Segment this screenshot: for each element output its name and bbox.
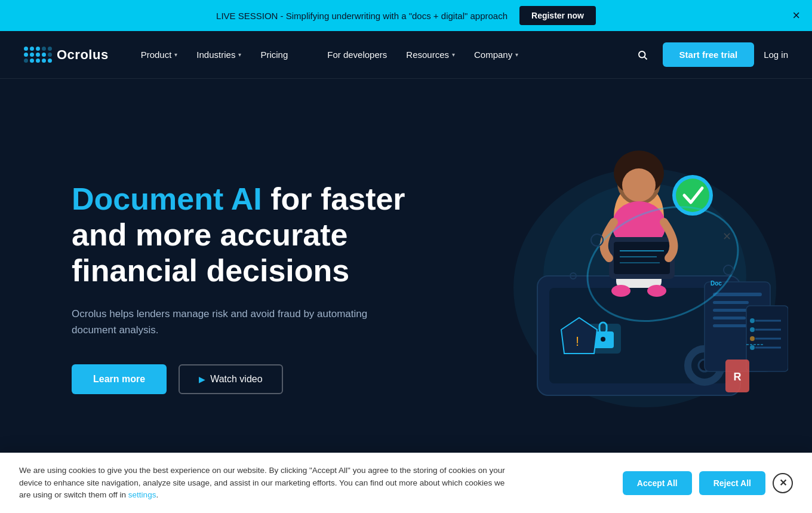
hero-illustration: ! Doc (454, 97, 788, 455)
nav-item-resources[interactable]: Resources ▾ (398, 44, 463, 66)
play-icon: ▶ (199, 374, 205, 384)
cookie-actions: Accept All Reject All ✕ (623, 471, 793, 495)
svg-text:!: ! (576, 334, 579, 349)
watch-video-button[interactable]: ▶ Watch video (179, 364, 282, 394)
chevron-down-icon: ▾ (238, 51, 241, 58)
close-announcement-button[interactable]: × (792, 9, 800, 22)
cookie-text: We are using cookies to give you the bes… (19, 465, 509, 501)
svg-point-28 (750, 336, 755, 341)
nav-item-product[interactable]: Product ▾ (133, 44, 186, 66)
svg-point-35 (622, 168, 656, 202)
navbar: Ocrolus Product ▾ Industries ▾ Pricing F… (0, 31, 812, 79)
svg-point-27 (750, 327, 755, 332)
announcement-text: LIVE SESSION - Simplifying underwriting … (216, 11, 508, 21)
svg-point-0 (639, 51, 645, 58)
svg-point-38 (611, 285, 630, 297)
svg-text:✕: ✕ (722, 231, 731, 242)
cookie-settings-link[interactable]: settings (128, 490, 156, 499)
logo-icon (24, 47, 52, 63)
svg-text:Doc: Doc (710, 280, 722, 287)
accept-all-button[interactable]: Accept All (623, 471, 692, 495)
nav-item-pricing[interactable]: Pricing (252, 44, 296, 66)
hero-title: Document AI for faster and more accurate… (72, 182, 442, 288)
svg-point-26 (750, 318, 755, 323)
chevron-down-icon: ▾ (452, 51, 455, 58)
svg-point-29 (750, 345, 755, 350)
svg-rect-41 (614, 242, 670, 274)
learn-more-button[interactable]: Learn more (72, 364, 167, 394)
chevron-down-icon: ▾ (515, 51, 518, 58)
svg-point-39 (647, 285, 666, 297)
login-link[interactable]: Log in (764, 50, 788, 60)
nav-item-developers[interactable]: For developers (319, 44, 395, 66)
nav-item-company[interactable]: Company ▾ (466, 44, 527, 66)
reject-all-button[interactable]: Reject All (699, 471, 765, 495)
close-cookie-button[interactable]: ✕ (773, 473, 793, 493)
hero-subtitle: Ocrolus helps lenders manage risk and av… (72, 306, 370, 338)
register-button[interactable]: Register now (519, 6, 596, 25)
svg-line-1 (644, 57, 647, 59)
svg-rect-16 (713, 301, 749, 304)
cookie-banner: We are using cookies to give you the bes… (0, 453, 812, 513)
chevron-down-icon: ▾ (174, 51, 177, 58)
announcement-bar: LIVE SESSION - Simplifying underwriting … (0, 0, 812, 31)
hero-content: Document AI for faster and more accurate… (72, 182, 442, 394)
hero-section: Document AI for faster and more accurate… (0, 79, 812, 485)
svg-rect-15 (713, 293, 762, 296)
nav-links: Product ▾ Industries ▾ Pricing For devel… (133, 44, 632, 66)
logo[interactable]: Ocrolus (24, 47, 109, 63)
search-icon (637, 50, 648, 60)
nav-item-industries[interactable]: Industries ▾ (188, 44, 250, 66)
start-trial-button[interactable]: Start free trial (663, 42, 755, 67)
svg-point-9 (601, 337, 605, 342)
nav-actions: Start free trial Log in (632, 42, 788, 67)
hero-buttons: Learn more ▶ Watch video (72, 364, 442, 394)
svg-rect-18 (713, 317, 746, 320)
svg-text:R: R (734, 371, 742, 383)
logo-text: Ocrolus (57, 47, 109, 63)
search-button[interactable] (632, 44, 653, 66)
